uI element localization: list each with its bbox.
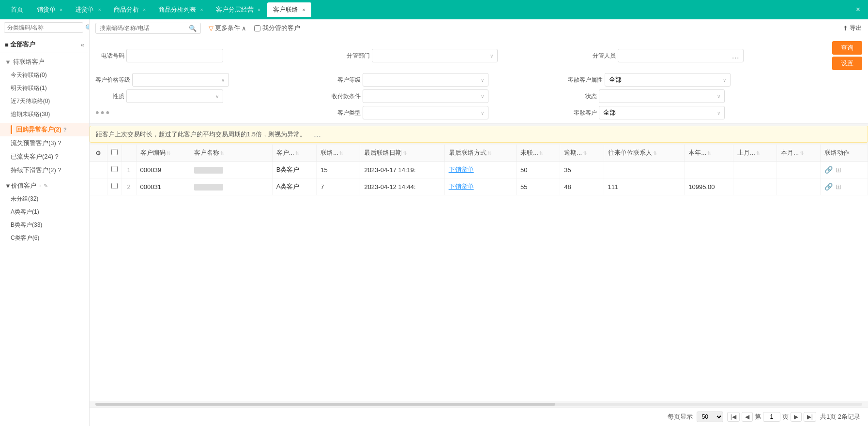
col-action-header: 联络动作 xyxy=(821,145,868,162)
pending-contact-title[interactable]: ▼ 待联络客户 xyxy=(0,55,89,69)
nav-tab-product-analysis[interactable]: 商品分析 × xyxy=(108,2,152,17)
scroll-thumb[interactable] xyxy=(95,403,555,406)
more-filter-dots[interactable]: ••• xyxy=(95,106,111,119)
row2-link-icon[interactable]: 🔗 xyxy=(824,183,833,191)
close-customer-contact-tab[interactable]: × xyxy=(302,7,305,13)
close-customer-segment-tab[interactable]: × xyxy=(258,7,260,13)
value-customer-edit-icon[interactable]: ○ xyxy=(38,183,42,189)
page-number-input[interactable] xyxy=(763,412,780,422)
export-button[interactable]: ⬆ 导出 xyxy=(843,24,862,32)
table-row: 1 000039 B类客户 15 2023-04-17 14:19: 下销货单 … xyxy=(90,162,868,178)
row2-checkbox[interactable] xyxy=(107,178,122,195)
more-conditions-button[interactable]: ▽ 更多条件 ∧ xyxy=(205,22,250,34)
sidebar-item-7days[interactable]: 近7天待联络(0) xyxy=(0,95,89,108)
sidebar-item-lost-risk[interactable]: 流失预警客户(3) ? xyxy=(0,136,89,150)
customer-grade-select[interactable]: ∨ xyxy=(363,73,488,87)
nav-tab-sales[interactable]: 销货单 × xyxy=(31,2,68,17)
col-category-header[interactable]: 客户...⇅ xyxy=(272,145,316,162)
sidebar-item-repurchase-anomaly[interactable]: 回购异常客户(2) ? xyxy=(0,123,89,136)
sidebar-search-input[interactable] xyxy=(4,22,83,33)
retail-attr-select[interactable]: 全部 ∨ xyxy=(605,73,731,87)
row1-checkbox[interactable] xyxy=(107,162,122,178)
sidebar-item-overdue[interactable]: 逾期未联络(30) xyxy=(0,108,89,121)
sidebar-item-continuous-down[interactable]: 持续下滑客户(2) ? xyxy=(0,163,89,177)
close-sales-tab[interactable]: × xyxy=(60,7,62,13)
nav-tab-customer-contact[interactable]: 客户联络 × xyxy=(267,2,311,17)
horizontal-scrollbar[interactable] xyxy=(90,401,868,407)
row1-thismonth xyxy=(777,162,821,178)
gender-select[interactable]: ∨ xyxy=(126,89,223,103)
all-customers-title[interactable]: ■ 全部客户 « xyxy=(0,36,89,53)
scroll-track[interactable] xyxy=(95,403,862,406)
col-last-way-header[interactable]: 最后联络方式⇅ xyxy=(444,145,516,162)
sidebar-item-today[interactable]: 今天待联络(0) xyxy=(0,69,89,82)
person-select[interactable]: ... xyxy=(618,49,744,62)
row2-thisyear: 10995.00 xyxy=(685,178,733,195)
first-page-button[interactable]: |◀ xyxy=(727,412,740,422)
next-page-button[interactable]: ▶ xyxy=(791,412,802,422)
row1-grid-icon[interactable]: ⊞ xyxy=(836,166,841,174)
query-button[interactable]: 查询 xyxy=(832,41,862,55)
setting-button[interactable]: 设置 xyxy=(832,57,862,70)
nav-tab-product-list[interactable]: 商品分析列表 × xyxy=(152,2,209,17)
window-close-button[interactable]: × xyxy=(852,5,864,14)
value-customer-title[interactable]: ▼ 价值客户 ○ ✎ xyxy=(0,179,89,192)
my-customers-checkbox[interactable] xyxy=(254,25,260,31)
search-icon[interactable]: 🔍 xyxy=(189,25,197,32)
select-all-checkbox[interactable] xyxy=(111,149,118,155)
col-name-header[interactable]: 客户名称⇅ xyxy=(190,145,273,162)
close-product-list-tab[interactable]: × xyxy=(200,7,203,13)
sidebar-collapse-icon[interactable]: « xyxy=(81,41,84,48)
customer-type-select[interactable]: ∨ xyxy=(363,106,488,119)
col-unread-header[interactable]: 未联...⇅ xyxy=(517,145,560,162)
filter-customer-type: 客户类型 ∨ xyxy=(332,106,564,119)
overdue-sort-icon: ⇅ xyxy=(583,150,587,156)
person-more-icon[interactable]: ... xyxy=(732,51,739,61)
col-last-date-header[interactable]: 最后联络日期⇅ xyxy=(360,145,444,162)
phone-input[interactable] xyxy=(126,49,223,62)
already-lost-help-icon: ? xyxy=(55,153,58,160)
nav-tab-purchase[interactable]: 进货单 × xyxy=(69,2,107,17)
row1-last-way[interactable]: 下销货单 xyxy=(444,162,516,178)
search-input[interactable] xyxy=(100,25,187,31)
col-thismonth-header[interactable]: 本月...⇅ xyxy=(777,145,821,162)
col-contacts-header[interactable]: 往来单位联系人⇅ xyxy=(604,145,685,162)
my-customers-checkbox-area[interactable]: 我分管的客户 xyxy=(254,24,300,32)
page-label2: 页 xyxy=(782,412,789,421)
value-customer-settings-icon[interactable]: ✎ xyxy=(44,183,48,189)
status-select[interactable]: ∨ xyxy=(599,89,725,103)
col-overdue-header[interactable]: 逾期...⇅ xyxy=(560,145,604,162)
close-product-analysis-tab[interactable]: × xyxy=(143,7,146,13)
last-page-button[interactable]: ▶| xyxy=(804,412,816,422)
col-contact-header[interactable]: 联络...⇅ xyxy=(317,145,360,162)
lost-risk-help-icon: ? xyxy=(58,139,61,147)
row1-overdue: 35 xyxy=(560,162,604,178)
per-page-select[interactable]: 50 100 200 xyxy=(697,411,723,422)
row2-name-blurred xyxy=(194,184,223,191)
col-lastmonth-header[interactable]: 上月...⇅ xyxy=(733,145,777,162)
row2-grid-icon[interactable]: ⊞ xyxy=(836,183,841,191)
col-checkbox-header[interactable] xyxy=(107,145,122,162)
nav-tab-customer-segment[interactable]: 客户分层经营 × xyxy=(210,2,266,17)
sidebar-item-already-lost[interactable]: 已流失客户(24) ? xyxy=(0,150,89,163)
sidebar-item-c-class[interactable]: C类客户(6) xyxy=(0,232,89,245)
close-purchase-tab[interactable]: × xyxy=(98,7,101,13)
price-grade-select[interactable]: ∨ xyxy=(132,73,229,87)
sidebar-item-b-class[interactable]: B类客户(33) xyxy=(0,219,89,232)
sidebar-item-ungrouped[interactable]: 未分组(32) xyxy=(0,192,89,206)
col-gear[interactable]: ⚙ xyxy=(90,145,107,162)
row2-last-way[interactable]: 下销货单 xyxy=(444,178,516,195)
payment-select[interactable]: ∨ xyxy=(363,89,488,103)
nav-tab-home[interactable]: 首页 xyxy=(4,2,30,17)
col-code-header[interactable]: 客户编码⇅ xyxy=(136,145,190,162)
row1-link-icon[interactable]: 🔗 xyxy=(824,166,833,174)
prev-page-button[interactable]: ◀ xyxy=(742,412,753,422)
sidebar-search-icon[interactable]: 🔍 xyxy=(85,24,90,31)
sidebar-item-a-class[interactable]: A类客户(1) xyxy=(0,206,89,219)
tooltip-more-icon[interactable]: ... xyxy=(314,129,321,139)
sidebar-item-tomorrow[interactable]: 明天待联络(1) xyxy=(0,82,89,95)
col-thisyear-header[interactable]: 本年...⇅ xyxy=(685,145,733,162)
retail-customer-select[interactable]: 全部 ∨ xyxy=(599,106,725,119)
tooltip-text: 距客户上次交易时长，超过了此客户的平均交易周期的1.5倍，则视为异常。 xyxy=(96,130,306,139)
dept-select[interactable]: ∨ xyxy=(372,49,498,62)
